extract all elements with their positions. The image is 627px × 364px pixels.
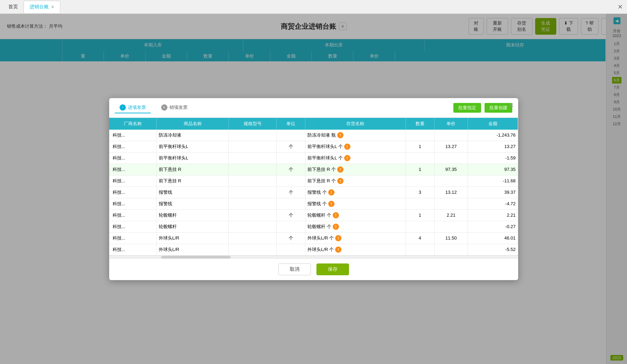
cell-price: [434, 130, 468, 141]
modal-table: 厂商名称 商品名称 规格型号 单位 存货名称 数量 单价 金额 科技... 防冻…: [109, 118, 518, 255]
cell-unit: 个: [277, 164, 305, 175]
cell-spec: [229, 221, 277, 232]
cell-price: 11.50: [434, 232, 468, 244]
cell-unit: 个: [277, 141, 305, 152]
cell-unit: 个: [277, 232, 305, 244]
cell-spec: [229, 209, 277, 221]
cell-spec: [229, 141, 277, 152]
cell-qty: 1: [406, 164, 434, 175]
tab-ledger[interactable]: 进销台账 ✕: [24, 1, 60, 13]
cell-spec: [229, 187, 277, 198]
table-row: 科技... 报警线 报警线 个! -4.72: [109, 198, 518, 209]
cell-inventory: 前下悬挂 R 个!: [305, 175, 406, 187]
table-row: 科技... 前下悬挂 R 个 前下悬挂 R 个! 1 97.35 97.35: [109, 164, 518, 175]
h-scroll-thumb[interactable]: [161, 256, 230, 259]
tab-incoming-invoice[interactable]: ↑ 进项发票: [115, 102, 151, 113]
col-spec: 规格型号: [229, 118, 277, 130]
cell-spec: [229, 175, 277, 187]
cell-product: 外球头L/R: [156, 232, 229, 244]
tab-home[interactable]: 首页: [3, 1, 24, 13]
tab-ledger-close[interactable]: ✕: [51, 5, 54, 9]
tab-bar: 首页 进销台账 ✕ ✕: [0, 0, 627, 14]
modal-close-button[interactable]: ✕: [509, 102, 514, 109]
save-button[interactable]: 保存: [316, 263, 349, 275]
cell-vendor: 科技...: [109, 175, 157, 187]
modal-header-buttons: 批量指定 批量创建: [453, 103, 513, 113]
cell-vendor: 科技...: [109, 164, 157, 175]
cancel-button[interactable]: 取消: [278, 263, 311, 275]
cell-price: [434, 221, 468, 232]
col-product: 商品名称: [156, 118, 229, 130]
h-scroll-area[interactable]: [109, 255, 518, 258]
batch-assign-button[interactable]: 批量指定: [453, 103, 481, 113]
cell-unit: 个: [277, 209, 305, 221]
cell-unit: [277, 175, 305, 187]
warning-icon: !: [333, 224, 339, 230]
incoming-invoice-icon: ↑: [120, 104, 126, 111]
cell-price: 2.21: [434, 209, 468, 221]
cell-inventory: 前平衡杆球头L 个!: [305, 141, 406, 152]
table-row: 科技... 外球头L/R 外球头L/R 个! -5.52: [109, 244, 518, 255]
tab-outgoing-invoice[interactable]: ≡ 销项发票: [156, 102, 192, 113]
cell-inventory: 报警线 个!: [305, 198, 406, 209]
cell-qty: [406, 175, 434, 187]
cell-inventory: 前平衡杆球头L 个!: [305, 152, 406, 164]
table-row: 科技... 外球头L/R 个 外球头L/R 个! 4 11.50 46.01: [109, 232, 518, 244]
cell-unit: [277, 198, 305, 209]
main-content: 销售成本计算方法： 月平均 商贸企业进销台账 ≡ 对账 重新开账 存货别名 生成…: [0, 14, 627, 364]
cell-vendor: 科技...: [109, 221, 157, 232]
batch-create-button[interactable]: 批量创建: [484, 103, 513, 113]
cell-inventory: 报警线 个!: [305, 187, 406, 198]
cell-vendor: 科技...: [109, 244, 157, 255]
warning-icon: !: [337, 166, 343, 173]
col-inventory: 存货名称: [305, 118, 406, 130]
cell-amount: 13.27: [468, 141, 518, 152]
cell-inventory: 外球头L/R 个!: [305, 244, 406, 255]
warning-icon: !: [335, 235, 341, 241]
cell-product: 报警线: [156, 198, 229, 209]
cell-inventory: 外球头L/R 个!: [305, 232, 406, 244]
cell-vendor: 科技...: [109, 209, 157, 221]
col-price: 单价: [434, 118, 468, 130]
cell-qty: [406, 198, 434, 209]
cell-qty: 1: [406, 141, 434, 152]
cell-amount: 39.37: [468, 187, 518, 198]
cell-unit: [277, 152, 305, 164]
cell-qty: 3: [406, 187, 434, 198]
cell-spec: [229, 130, 277, 141]
cell-inventory: 轮毂螺杆 个!: [305, 209, 406, 221]
cell-inventory: 防冻冷却液 瓶!: [305, 130, 406, 141]
cell-qty: [406, 152, 434, 164]
col-vendor: 厂商名称: [109, 118, 157, 130]
cell-amount: -0.27: [468, 221, 518, 232]
cell-product: 轮毂螺杆: [156, 209, 229, 221]
cell-qty: [406, 130, 434, 141]
cell-amount: 2.21: [468, 209, 518, 221]
table-row: 科技... 轮毂螺杆 个 轮毂螺杆 个! 1 2.21 2.21: [109, 209, 518, 221]
cell-amount: -11.68: [468, 175, 518, 187]
warning-icon: !: [337, 178, 343, 184]
cell-product: 前平衡杆球头L: [156, 152, 229, 164]
cell-price: [434, 175, 468, 187]
cell-unit: [277, 244, 305, 255]
cell-product: 轮毂螺杆: [156, 221, 229, 232]
cell-inventory: 前下悬挂 R 个!: [305, 164, 406, 175]
cell-vendor: 科技...: [109, 152, 157, 164]
cell-inventory: 轮毂螺杆 个!: [305, 221, 406, 232]
modal-overlay: ↑ 进项发票 ≡ 销项发票 批量指定 批量创建 ✕ 厂商: [0, 14, 627, 364]
modal-header: ↑ 进项发票 ≡ 销项发票 批量指定 批量创建 ✕: [109, 98, 518, 118]
cell-spec: [229, 244, 277, 255]
table-row: 科技... 报警线 个 报警线 个! 3 13.12 39.37: [109, 187, 518, 198]
cell-product: 前下悬挂 R: [156, 164, 229, 175]
cell-vendor: 科技...: [109, 187, 157, 198]
cell-vendor: 科技...: [109, 198, 157, 209]
cell-price: 13.12: [434, 187, 468, 198]
cell-spec: [229, 198, 277, 209]
cell-product: 前平衡杆球头L: [156, 141, 229, 152]
cell-price: [434, 198, 468, 209]
cell-unit: [277, 221, 305, 232]
window-close-button[interactable]: ✕: [618, 3, 623, 11]
cell-qty: [406, 244, 434, 255]
table-header-row: 厂商名称 商品名称 规格型号 单位 存货名称 数量 单价 金额: [109, 118, 518, 130]
cell-qty: [406, 221, 434, 232]
